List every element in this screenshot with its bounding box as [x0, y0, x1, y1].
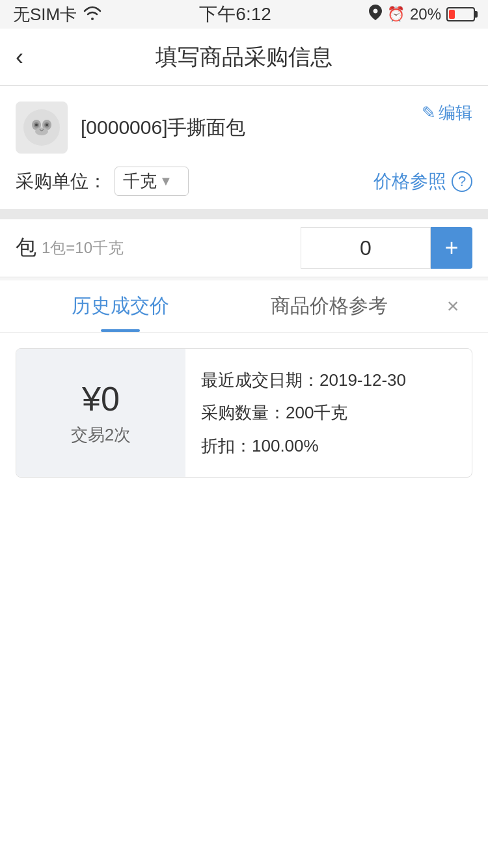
- discount-label: 折扣：: [201, 436, 252, 455]
- unit-label: 采购单位：: [16, 169, 107, 194]
- tab-price-reference-label: 商品价格参考: [271, 293, 388, 319]
- price-ref-label: 价格参照: [373, 169, 446, 194]
- svg-point-5: [35, 124, 38, 126]
- edit-button[interactable]: ✎ 编辑: [422, 102, 472, 124]
- product-header: [0000006]手撕面包 ✎ 编辑: [16, 102, 472, 154]
- svg-point-7: [35, 128, 48, 135]
- chevron-down-icon: ▼: [159, 174, 172, 189]
- main-content-area: [0, 493, 488, 868]
- status-right: ⏰ 20%: [369, 5, 475, 24]
- status-left: 无SIM卡: [13, 3, 102, 26]
- edit-label: 编辑: [439, 102, 472, 124]
- history-date-row: 最近成交日期：2019-12-30: [201, 368, 456, 392]
- unit-value: 千克: [123, 170, 157, 193]
- price-number: 0: [101, 380, 120, 418]
- product-thumbnail: [16, 102, 68, 154]
- battery-text: 20%: [410, 5, 441, 23]
- qty-value: 200千克: [286, 403, 347, 422]
- section-divider: [0, 209, 488, 219]
- product-unit-row: 采购单位： 千克 ▼ 价格参照 ?: [16, 167, 472, 196]
- quantity-input[interactable]: 0: [301, 227, 431, 269]
- edit-icon: ✎: [422, 103, 436, 123]
- history-price-right: 最近成交日期：2019-12-30 采购数量：200千克 折扣：100.00%: [185, 349, 472, 477]
- discount-value: 100.00%: [252, 436, 319, 455]
- tab-price-reference[interactable]: 商品价格参考: [224, 280, 433, 332]
- tab-history-price[interactable]: 历史成交价: [16, 280, 224, 332]
- quantity-unit-conversion: 1包=10千克: [42, 237, 124, 258]
- tabs-section: 历史成交价 商品价格参考 × ¥0 交易2次 最近成交日期：2019-12-30…: [0, 280, 488, 493]
- product-card: [0000006]手撕面包 ✎ 编辑 采购单位： 千克 ▼ 价格参照 ?: [0, 86, 488, 209]
- status-time: 下午6:12: [199, 2, 271, 27]
- battery-icon: [446, 7, 475, 21]
- help-icon: ?: [452, 171, 472, 192]
- carrier-text: 无SIM卡: [13, 3, 77, 26]
- unit-left: 采购单位： 千克 ▼: [16, 167, 189, 196]
- date-value: 2019-12-30: [319, 370, 406, 390]
- status-bar: 无SIM卡 下午6:12 ⏰ 20%: [0, 0, 488, 29]
- quantity-input-group: 0 +: [301, 227, 472, 269]
- nav-bar: ‹ 填写商品采购信息: [0, 29, 488, 86]
- qty-label: 采购数量：: [201, 403, 286, 422]
- history-price-content: ¥0 交易2次 最近成交日期：2019-12-30 采购数量：200千克 折扣：…: [0, 332, 488, 493]
- history-price-card: ¥0 交易2次 最近成交日期：2019-12-30 采购数量：200千克 折扣：…: [16, 348, 472, 478]
- history-discount-row: 折扣：100.00%: [201, 434, 456, 457]
- quantity-plus-button[interactable]: +: [431, 227, 472, 269]
- quantity-label: 包 1包=10千克: [16, 234, 124, 262]
- tabs-header: 历史成交价 商品价格参考 ×: [0, 280, 488, 332]
- back-button[interactable]: ‹: [16, 44, 23, 71]
- history-price-value: ¥0: [82, 379, 120, 418]
- unit-dropdown[interactable]: 千克 ▼: [115, 167, 189, 196]
- product-left: [0000006]手撕面包: [16, 102, 245, 154]
- history-times-label: 交易2次: [71, 424, 131, 446]
- history-qty-row: 采购数量：200千克: [201, 401, 456, 424]
- location-icon: [369, 5, 382, 24]
- wifi-icon: [83, 5, 102, 25]
- thin-divider: [0, 277, 488, 278]
- page-title: 填写商品采购信息: [156, 42, 332, 72]
- tab-close-button[interactable]: ×: [433, 294, 472, 318]
- tab-history-price-label: 历史成交价: [72, 293, 169, 319]
- date-label: 最近成交日期：: [201, 370, 319, 390]
- tab-active-indicator: [101, 329, 140, 332]
- quantity-unit-name: 包: [16, 234, 36, 262]
- alarm-icon: ⏰: [387, 6, 405, 23]
- price-ref-button[interactable]: 价格参照 ?: [373, 169, 472, 194]
- quantity-row: 包 1包=10千克 0 +: [0, 219, 488, 277]
- history-price-left: ¥0 交易2次: [16, 349, 185, 477]
- product-name: [0000006]手撕面包: [81, 115, 245, 141]
- svg-point-6: [46, 124, 48, 126]
- currency-symbol: ¥: [82, 380, 101, 418]
